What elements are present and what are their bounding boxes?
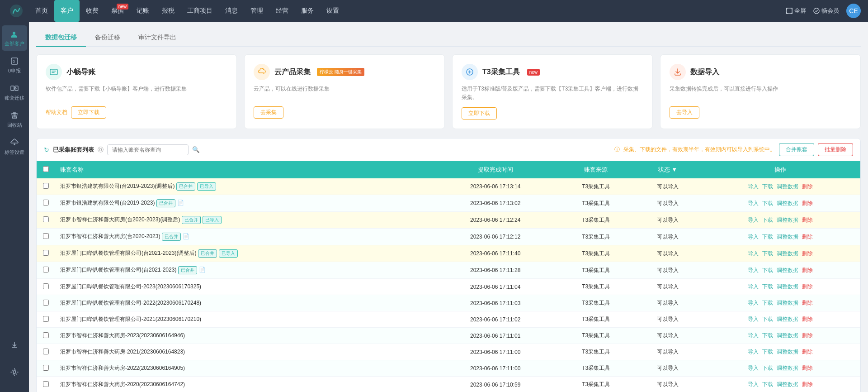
xiaochang-help-link[interactable]: 帮助文档 bbox=[46, 109, 67, 116]
download-action[interactable]: 下载 bbox=[762, 381, 773, 387]
download-action[interactable]: 下载 bbox=[762, 283, 773, 290]
file-icon[interactable]: 📄 bbox=[183, 233, 189, 239]
app-logo[interactable] bbox=[7, 2, 25, 20]
refresh-icon[interactable]: ↻ bbox=[44, 146, 49, 153]
import-action[interactable]: 导入 bbox=[748, 183, 759, 190]
delete-action[interactable]: 删除 bbox=[802, 200, 813, 206]
row-checkbox[interactable] bbox=[43, 267, 49, 272]
delete-action[interactable]: 删除 bbox=[802, 234, 813, 240]
import-action[interactable]: 导入 bbox=[748, 316, 759, 322]
nav-business[interactable]: 工商项目 bbox=[181, 0, 219, 22]
nav-home[interactable]: 首页 bbox=[29, 0, 54, 22]
import-action[interactable]: 导入 bbox=[748, 365, 759, 371]
row-checkbox[interactable] bbox=[43, 300, 49, 306]
adjust-data-action[interactable]: 调整数据 bbox=[777, 381, 798, 387]
row-checkbox[interactable] bbox=[43, 233, 49, 239]
delete-action[interactable]: 删除 bbox=[802, 349, 813, 355]
adjust-data-action[interactable]: 调整数据 bbox=[777, 283, 798, 290]
row-checkbox[interactable] bbox=[43, 183, 49, 189]
nav-operation[interactable]: 经营 bbox=[269, 0, 295, 22]
import-action[interactable]: 导入 bbox=[748, 200, 759, 206]
merge-accounts-btn[interactable]: 合并账套 bbox=[779, 143, 814, 156]
cloud-collect-btn[interactable]: 去采集 bbox=[254, 106, 283, 119]
nav-message[interactable]: 消息 bbox=[219, 0, 244, 22]
delete-action[interactable]: 删除 bbox=[802, 316, 813, 322]
row-checkbox[interactable] bbox=[43, 365, 49, 371]
search-input[interactable] bbox=[107, 144, 189, 155]
adjust-data-action[interactable]: 调整数据 bbox=[777, 349, 798, 355]
nav-manage[interactable]: 管理 bbox=[244, 0, 269, 22]
download-action[interactable]: 下载 bbox=[762, 200, 773, 206]
adjust-data-action[interactable]: 调整数据 bbox=[777, 183, 798, 190]
row-checkbox[interactable] bbox=[43, 381, 49, 387]
import-action[interactable]: 导入 bbox=[748, 349, 759, 355]
tab-backup-migration[interactable]: 备份迁移 bbox=[86, 29, 129, 47]
delete-action[interactable]: 删除 bbox=[802, 283, 813, 290]
row-checkbox[interactable] bbox=[43, 200, 49, 206]
tab-data-migration[interactable]: 数据包迁移 bbox=[36, 29, 86, 47]
delete-action[interactable]: 删除 bbox=[802, 365, 813, 371]
dataimport-goto-btn[interactable]: 去导入 bbox=[670, 106, 699, 119]
adjust-data-action[interactable]: 调整数据 bbox=[777, 217, 798, 223]
sidebar-item-recycle[interactable]: 回收站 bbox=[2, 107, 27, 132]
sidebar-item-all-customers[interactable]: 全部客户 bbox=[2, 25, 27, 51]
adjust-data-action[interactable]: 调整数据 bbox=[777, 365, 798, 371]
member-btn[interactable]: 畅会员 bbox=[813, 7, 839, 15]
delete-action[interactable]: 删除 bbox=[802, 183, 813, 190]
delete-action[interactable]: 删除 bbox=[802, 250, 813, 257]
nav-tax[interactable]: 报税 bbox=[156, 0, 181, 22]
nav-invoice[interactable]: 票据 new bbox=[105, 0, 130, 22]
sidebar-item-zero-declare[interactable]: 0 0申报 bbox=[2, 53, 27, 78]
xiaochang-download-btn[interactable]: 立即下载 bbox=[71, 106, 106, 119]
import-action[interactable]: 导入 bbox=[748, 250, 759, 257]
adjust-data-action[interactable]: 调整数据 bbox=[777, 267, 798, 273]
download-action[interactable]: 下载 bbox=[762, 349, 773, 355]
download-action[interactable]: 下载 bbox=[762, 267, 773, 273]
adjust-data-action[interactable]: 调整数据 bbox=[777, 300, 798, 306]
download-action[interactable]: 下载 bbox=[762, 365, 773, 371]
import-action[interactable]: 导入 bbox=[748, 332, 759, 339]
t3-download-btn[interactable]: 立即下载 bbox=[462, 107, 497, 120]
delete-action[interactable]: 删除 bbox=[802, 332, 813, 339]
user-avatar[interactable]: CE bbox=[846, 4, 861, 18]
sidebar-item-tags[interactable]: 标签设置 bbox=[2, 134, 27, 159]
delete-action[interactable]: 删除 bbox=[802, 300, 813, 306]
select-all-checkbox[interactable] bbox=[43, 166, 49, 172]
nav-customer[interactable]: 客户 bbox=[54, 0, 80, 22]
adjust-data-action[interactable]: 调整数据 bbox=[777, 234, 798, 240]
nav-settings[interactable]: 设置 bbox=[320, 0, 345, 22]
download-action[interactable]: 下载 bbox=[762, 300, 773, 306]
row-checkbox[interactable] bbox=[43, 316, 49, 322]
download-action[interactable]: 下载 bbox=[762, 250, 773, 257]
file-icon[interactable]: 📄 bbox=[177, 200, 184, 206]
table-help-icon[interactable]: ⓪ bbox=[98, 146, 104, 154]
adjust-data-action[interactable]: 调整数据 bbox=[777, 250, 798, 257]
delete-action[interactable]: 删除 bbox=[802, 381, 813, 387]
file-icon[interactable]: 📄 bbox=[199, 267, 206, 273]
sidebar-download[interactable] bbox=[2, 332, 27, 358]
import-action[interactable]: 导入 bbox=[748, 300, 759, 306]
download-action[interactable]: 下载 bbox=[762, 316, 773, 322]
row-checkbox[interactable] bbox=[43, 332, 49, 338]
row-checkbox[interactable] bbox=[43, 216, 49, 222]
adjust-data-action[interactable]: 调整数据 bbox=[777, 200, 798, 206]
sidebar-item-migrate[interactable]: 账套迁移 bbox=[2, 80, 27, 105]
nav-service[interactable]: 服务 bbox=[295, 0, 320, 22]
import-action[interactable]: 导入 bbox=[748, 217, 759, 223]
download-action[interactable]: 下载 bbox=[762, 332, 773, 339]
nav-fee[interactable]: 收费 bbox=[80, 0, 105, 22]
import-action[interactable]: 导入 bbox=[748, 267, 759, 273]
adjust-data-action[interactable]: 调整数据 bbox=[777, 316, 798, 322]
download-action[interactable]: 下载 bbox=[762, 234, 773, 240]
import-action[interactable]: 导入 bbox=[748, 234, 759, 240]
row-checkbox[interactable] bbox=[43, 349, 49, 354]
fullscreen-btn[interactable]: 全屏 bbox=[786, 7, 806, 15]
tab-audit-export[interactable]: 审计文件导出 bbox=[129, 29, 185, 47]
download-action[interactable]: 下载 bbox=[762, 183, 773, 190]
delete-action[interactable]: 删除 bbox=[802, 267, 813, 273]
delete-action[interactable]: 删除 bbox=[802, 217, 813, 223]
adjust-data-action[interactable]: 调整数据 bbox=[777, 332, 798, 339]
batch-delete-btn[interactable]: 批量删除 bbox=[818, 143, 853, 156]
sidebar-user-settings[interactable] bbox=[2, 359, 27, 385]
nav-bookkeeping[interactable]: 记账 bbox=[130, 0, 156, 22]
